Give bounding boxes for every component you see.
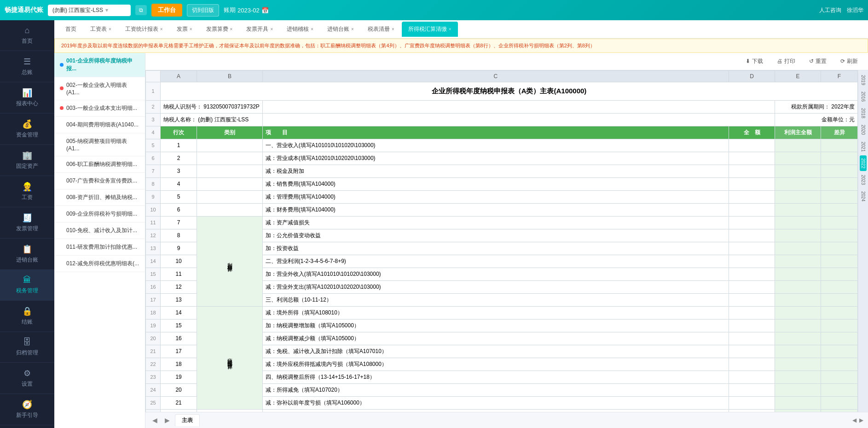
download-icon: ⬇ xyxy=(746,58,750,64)
sidebar-item-home[interactable]: ⌂ 首页 xyxy=(0,20,54,51)
currency-label: 金额单位：元 xyxy=(822,116,855,123)
tab-close-icon[interactable]: × xyxy=(160,27,163,32)
left-panel-item-label: 004-期间费用明细表(A1040... xyxy=(60,121,139,129)
left-panel-item-label: 007-广告费和业务宣传费跌... xyxy=(60,177,137,185)
sheet-tab-main[interactable]: 主表 xyxy=(175,414,200,426)
left-panel-item-006[interactable]: 006-职工薪酬纳税调整明细... xyxy=(54,156,145,173)
left-panel-item-005[interactable]: 005-纳税调整项目明细表(A1... xyxy=(54,133,145,156)
tab-close-icon[interactable]: × xyxy=(351,27,354,32)
left-panel-item-007[interactable]: 007-广告费和业务宣传费跌... xyxy=(54,173,145,189)
table-row[interactable]: 11 7 利润总额计算 减：资产减值损失 xyxy=(146,216,858,229)
copy-icon-btn[interactable]: ⧉ xyxy=(135,5,147,15)
status-dot xyxy=(60,86,64,90)
sidebar-item-invoice[interactable]: 🧾 发票管理 xyxy=(0,207,54,239)
download-label: 下载 xyxy=(752,57,763,65)
year-item-2024[interactable]: 2024 xyxy=(860,188,867,204)
tab-invoice-open[interactable]: 发票开具 × xyxy=(240,22,279,37)
tab-invoice-open-label: 发票开具 xyxy=(246,25,268,33)
tab-close-icon[interactable]: × xyxy=(449,27,451,32)
tab-sales-ledger[interactable]: 进销台账 × xyxy=(321,22,360,37)
left-panel-item-010[interactable]: 010-免税、减计收入及加计... xyxy=(54,223,145,239)
sheet-prev-arrow[interactable]: ◀ xyxy=(150,416,160,425)
switch-version-button[interactable]: 切到旧版 xyxy=(187,4,219,17)
row-num: 2 xyxy=(146,100,161,113)
tab-close-icon[interactable]: × xyxy=(270,27,273,32)
user-name[interactable]: 徐滔华 xyxy=(847,6,863,14)
tab-bar: 首页 工资表 × 工资统计报表 × 发票 × 发票算费 × 发票开具 × xyxy=(54,20,868,39)
toolbar: ⬇ 下载 🖨 打印 ↺ 重置 ⟳ 刷新 xyxy=(145,53,868,70)
left-panel: 001-企业所得税年度纳税申报... 002-一般企业收入明细表(A1... 0… xyxy=(54,53,145,428)
year-item-2022[interactable]: 2022 xyxy=(860,155,867,171)
left-panel-item-008[interactable]: 008-资产折旧、摊销及纳税... xyxy=(54,189,145,206)
table-row[interactable]: 7 3 减：税金及附加 xyxy=(146,165,858,177)
company-selector[interactable]: (勿删) 江西服宝-LSS ▾ xyxy=(48,5,131,16)
tab-sales-check[interactable]: 进销稽核 × xyxy=(280,22,320,37)
top-bar: 畅捷通易代账 (勿删) 江西服宝-LSS ▾ ⧉ 工作台 切到旧版 账期 202… xyxy=(0,0,868,20)
left-panel-item-012[interactable]: 012-减免所得税优惠明细表(... xyxy=(54,256,145,272)
scroll-right-btn[interactable]: ▶ xyxy=(859,417,863,423)
sidebar-item-sales[interactable]: 📋 进销台账 xyxy=(0,239,54,270)
left-panel-item-label: 008-资产折旧、摊销及纳税... xyxy=(60,194,137,201)
sidebar-item-label: 首页 xyxy=(22,37,33,45)
print-button[interactable]: 🖨 打印 xyxy=(773,56,799,67)
year-item-2021[interactable]: 2021 xyxy=(860,139,867,154)
tab-salary-stats[interactable]: 工资统计报表 × xyxy=(119,22,169,37)
reset-button[interactable]: ↺ 重置 xyxy=(805,56,830,67)
refresh-button[interactable]: ⟳ 刷新 xyxy=(837,56,862,67)
ledger-icon: ☰ xyxy=(23,57,31,67)
sidebar-item-salary[interactable]: 👷 工资 xyxy=(0,176,54,207)
year-item-2023[interactable]: 2023 xyxy=(860,172,867,188)
sidebar-item-capital[interactable]: 💰 资金管理 xyxy=(0,114,54,145)
left-panel-item-009[interactable]: 009-企业所得税补亏损明细... xyxy=(54,206,145,223)
tab-close-icon[interactable]: × xyxy=(392,27,394,32)
year-item-2020[interactable]: 2020 xyxy=(860,122,867,137)
sidebar-item-guide[interactable]: 🧭 新手引导 xyxy=(0,394,54,425)
tab-close-icon[interactable]: × xyxy=(230,27,233,32)
sidebar-item-label: 新手引导 xyxy=(16,411,38,419)
col-a-th: 行次 xyxy=(161,126,197,139)
workbench-button[interactable]: 工作台 xyxy=(151,4,182,17)
left-panel-item-004[interactable]: 004-期间费用明细表(A1040... xyxy=(54,117,145,133)
year-item-2018[interactable]: 2018 xyxy=(860,105,867,121)
table-row[interactable]: 10 6 减：财务费用(填写A104000) xyxy=(146,203,858,216)
table-row[interactable]: 9 5 减：管理费用(填写A104000) xyxy=(146,190,858,203)
year-item-2019[interactable]: 2019 xyxy=(860,72,867,88)
sidebar-item-archive[interactable]: 🗄 归档管理 xyxy=(0,332,54,363)
sidebar-item-tax[interactable]: 🏛 税务管理 xyxy=(0,270,54,301)
left-panel-item-001[interactable]: 001-企业所得税年度纳税申报... xyxy=(54,53,145,77)
table-row[interactable]: 18 14 应纳税所得额计算 减：境外所得（填写A108010） xyxy=(146,306,858,319)
sidebar-item-ledger[interactable]: ☰ 总账 xyxy=(0,51,54,82)
tab-invoice-calc[interactable]: 发票算费 × xyxy=(200,22,239,37)
reset-label: 重置 xyxy=(816,57,827,65)
scroll-left-btn[interactable]: ◀ xyxy=(852,417,856,423)
tab-home[interactable]: 首页 xyxy=(59,22,83,37)
left-panel-item-label: 002-一般企业收入明细表(A1... xyxy=(66,81,139,96)
tab-salary[interactable]: 工资表 × xyxy=(84,22,118,37)
col-b-header: B xyxy=(197,70,263,82)
tab-salary-label: 工资表 xyxy=(90,25,107,33)
sidebar-item-close[interactable]: 🔒 结账 xyxy=(0,301,54,332)
left-panel-item-002[interactable]: 002-一般企业收入明细表(A1... xyxy=(54,77,145,100)
tab-invoice[interactable]: 发票 × xyxy=(170,22,199,37)
col-d-header: D xyxy=(729,70,775,82)
sidebar-item-assets[interactable]: 🏢 固定资产 xyxy=(0,145,54,176)
table-row[interactable]: 8 4 减：销售费用(填写A104000) xyxy=(146,177,858,190)
sidebar-item-member[interactable]: ✦ 畅会员 xyxy=(0,425,54,428)
period-label: 账期 xyxy=(224,6,236,14)
download-button[interactable]: ⬇ 下载 xyxy=(742,56,767,67)
left-panel-item-003[interactable]: 003-一般企业成本支出明细... xyxy=(54,100,145,117)
service-btn[interactable]: 人工咨询 xyxy=(819,6,841,14)
left-panel-item-label: 009-企业所得税补亏损明细... xyxy=(60,210,137,218)
year-item-2016[interactable]: 2016 xyxy=(860,89,867,104)
sidebar-item-settings[interactable]: ⚙ 设置 xyxy=(0,363,54,394)
tab-close-icon[interactable]: × xyxy=(190,27,192,32)
left-panel-item-011[interactable]: 011-研发费用加计扣除优惠... xyxy=(54,239,145,256)
tab-tax-clear[interactable]: 税表清册 × xyxy=(361,22,401,37)
tab-tax-income[interactable]: 所得税汇算清缴 × xyxy=(402,22,458,37)
sheet-next-arrow[interactable]: ▶ xyxy=(162,416,172,425)
table-row[interactable]: 6 2 减：营业成本(填写A102010\102020\103000) xyxy=(146,152,858,165)
table-row[interactable]: 5 1 一、营业收入(填写A101010\101020\103000) xyxy=(146,139,858,152)
tab-close-icon[interactable]: × xyxy=(311,27,313,32)
sidebar-item-reports[interactable]: 📊 报表中心 xyxy=(0,82,54,114)
tab-close-icon[interactable]: × xyxy=(109,27,111,32)
